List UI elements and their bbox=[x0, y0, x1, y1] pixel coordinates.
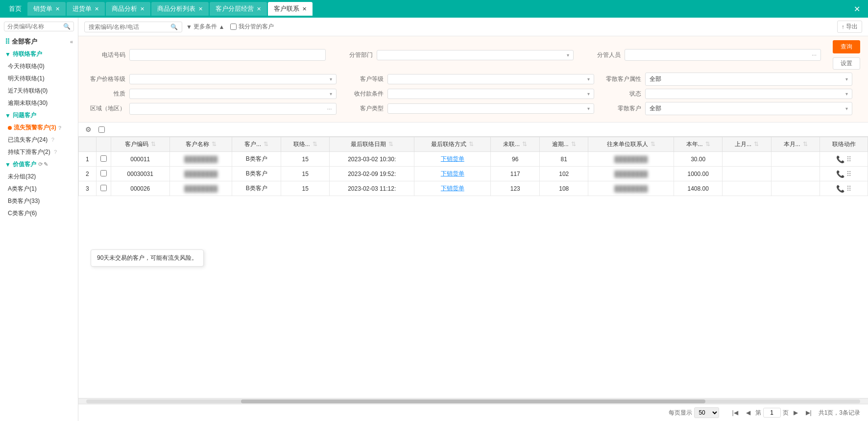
level-select[interactable]: ▾ bbox=[387, 74, 595, 84]
gender-select[interactable]: ▾ bbox=[129, 89, 337, 99]
col-overdue[interactable]: 逾期... ⇅ bbox=[539, 137, 588, 152]
col-last-contact-date[interactable]: 最后联络日期 ⇅ bbox=[330, 137, 414, 152]
cell-last-contact-way[interactable]: 下销货单 bbox=[414, 167, 491, 181]
page-number-input[interactable] bbox=[763, 408, 781, 418]
row-checkbox-1[interactable] bbox=[100, 170, 107, 176]
payment-select[interactable]: ▾ bbox=[387, 89, 595, 99]
tab-sales[interactable]: 销货单 ✕ bbox=[27, 2, 66, 16]
sidebar-search-box[interactable]: 🔍 bbox=[4, 22, 74, 31]
col-code[interactable]: 客户编码 ⇅ bbox=[111, 137, 169, 152]
col-type[interactable]: 客户... ⇅ bbox=[232, 137, 281, 152]
row-checkbox-2[interactable] bbox=[100, 185, 107, 191]
more-conditions-button[interactable]: ▼ 更多条件 ▲ bbox=[186, 23, 224, 31]
department-select[interactable]: ▾ bbox=[377, 50, 573, 60]
help-icon-3[interactable]: ? bbox=[54, 149, 57, 155]
col-name[interactable]: 客户名称 ⇅ bbox=[169, 137, 232, 152]
tab-product-analysis[interactable]: 商品分析 ✕ bbox=[106, 2, 150, 16]
contact-icon-0[interactable]: 📞 bbox=[836, 155, 844, 163]
prev-page-button[interactable]: ◀ bbox=[743, 408, 753, 417]
sidebar-item-churn-warning[interactable]: 流失预警客户(3) ? bbox=[0, 122, 78, 134]
customer-type-select[interactable]: ▾ bbox=[387, 103, 595, 114]
my-customers-checkbox[interactable] bbox=[230, 24, 237, 30]
search-box[interactable]: 🔍 bbox=[84, 22, 182, 32]
phone-input[interactable] bbox=[129, 49, 326, 61]
cell-last-contact-way[interactable]: 下销货单 bbox=[414, 181, 491, 196]
contact-icon-2[interactable]: 📞 bbox=[836, 185, 844, 193]
first-page-button[interactable]: |◀ bbox=[729, 408, 741, 417]
last-page-button[interactable]: ▶| bbox=[803, 408, 815, 417]
my-customers-checkbox-label[interactable]: 我分管的客户 bbox=[230, 23, 274, 31]
retail-attr-select[interactable]: 全部 ▾ bbox=[645, 73, 852, 86]
sidebar-item-tomorrow[interactable]: 明天待联络(1) bbox=[0, 73, 78, 85]
refresh-icon[interactable]: ⟳ bbox=[38, 161, 43, 168]
contact-icon-1[interactable]: 📞 bbox=[836, 170, 844, 178]
tab-home[interactable]: 首页 bbox=[4, 2, 26, 16]
region-dots[interactable]: ··· bbox=[327, 105, 332, 112]
retail-select[interactable]: 全部 ▾ bbox=[645, 102, 852, 115]
cell-checkbox[interactable] bbox=[96, 181, 111, 196]
export-button[interactable]: ↑ 导出 bbox=[837, 21, 862, 33]
help-icon-2[interactable]: ? bbox=[51, 137, 54, 143]
sidebar-group-problem[interactable]: ▼ 问题客户 bbox=[0, 109, 78, 122]
region-select[interactable]: ··· bbox=[129, 103, 337, 115]
tab-purchase[interactable]: 进货单 ✕ bbox=[67, 2, 105, 16]
table-container: 90天未交易的客户，可能有流失风险。 客户编码 ⇅ 客户名称 ⇅ bbox=[78, 137, 868, 398]
setting-button[interactable]: 设置 bbox=[833, 57, 860, 70]
search-button[interactable]: 🔍 bbox=[170, 24, 178, 30]
tab-customer-tier[interactable]: 客户分层经营 ✕ bbox=[210, 2, 267, 16]
cell-last-contact-way[interactable]: 下销货单 bbox=[414, 152, 491, 167]
table-settings-row: ⚙ bbox=[78, 123, 868, 137]
person-dots[interactable]: ··· bbox=[812, 51, 817, 58]
more-actions-icon-0[interactable]: ⠿ bbox=[846, 155, 851, 163]
window-close-button[interactable]: ✕ bbox=[850, 4, 864, 14]
sidebar-item-overdue[interactable]: 逾期未联络(30) bbox=[0, 97, 78, 109]
per-page-select[interactable]: 50 100 200 bbox=[694, 407, 719, 418]
status-select[interactable]: ▾ bbox=[645, 89, 852, 99]
select-all-checkbox[interactable] bbox=[98, 126, 105, 133]
sidebar-item-today[interactable]: 今天待联络(0) bbox=[0, 60, 78, 73]
sidebar-item-a-class[interactable]: A类客户(1) bbox=[0, 183, 78, 195]
tab-purchase-close[interactable]: ✕ bbox=[95, 6, 99, 12]
col-contact-count[interactable]: 联络... ⇅ bbox=[281, 137, 330, 152]
more-actions-icon-2[interactable]: ⠿ bbox=[846, 185, 851, 193]
col-last-month[interactable]: 上月... ⇅ bbox=[723, 137, 772, 152]
tab-product-list-close[interactable]: ✕ bbox=[198, 6, 203, 12]
sidebar-group-value[interactable]: ▼ 价值客户 ⟳ ✎ bbox=[0, 158, 78, 171]
sidebar-item-churned[interactable]: 已流失客户(24) ? bbox=[0, 134, 78, 146]
col-this-year[interactable]: 本年... ⇅ bbox=[674, 137, 723, 152]
sidebar-item-7days[interactable]: 近7天待联络(0) bbox=[0, 85, 78, 97]
next-page-button[interactable]: ▶ bbox=[791, 408, 801, 417]
query-button[interactable]: 查询 bbox=[833, 40, 860, 53]
sidebar-item-c-class[interactable]: C类客户(6) bbox=[0, 207, 78, 220]
sidebar-all-customers[interactable]: ⠿ 全部客户 « bbox=[0, 35, 78, 48]
sidebar-group-pending[interactable]: ▼ 待联络客户 bbox=[0, 48, 78, 60]
col-contacts[interactable]: 往来单位联系人 ⇅ bbox=[588, 137, 674, 152]
col-not-contacted[interactable]: 未联... ⇅ bbox=[491, 137, 540, 152]
sidebar-item-b-class[interactable]: B类客户(33) bbox=[0, 195, 78, 207]
scrollbar-thumb[interactable] bbox=[241, 399, 705, 403]
sidebar-item-declining[interactable]: 持续下滑客户(2) ? bbox=[0, 146, 78, 158]
cell-checkbox[interactable] bbox=[96, 167, 111, 181]
tab-product-list[interactable]: 商品分析列表 ✕ bbox=[151, 2, 209, 16]
person-select[interactable]: ··· bbox=[625, 49, 821, 61]
more-actions-icon-1[interactable]: ⠿ bbox=[846, 170, 851, 178]
tab-customer-tier-close[interactable]: ✕ bbox=[257, 6, 261, 12]
tab-sales-close[interactable]: ✕ bbox=[55, 6, 60, 12]
edit-icon[interactable]: ✎ bbox=[44, 161, 48, 168]
horizontal-scrollbar[interactable] bbox=[78, 398, 868, 404]
search-input[interactable] bbox=[89, 24, 169, 30]
table-settings-icon[interactable]: ⚙ bbox=[82, 124, 95, 134]
tab-customer-contact-close[interactable]: ✕ bbox=[302, 6, 307, 12]
row-checkbox-0[interactable] bbox=[100, 155, 107, 162]
cell-checkbox[interactable] bbox=[96, 152, 111, 167]
tab-product-analysis-close[interactable]: ✕ bbox=[140, 6, 145, 12]
tab-customer-contact[interactable]: 客户联系 ✕ bbox=[268, 2, 313, 16]
cell-actions: 📞 ⠿ bbox=[820, 167, 868, 181]
help-icon[interactable]: ? bbox=[58, 125, 62, 131]
col-this-month[interactable]: 本月... ⇅ bbox=[771, 137, 820, 152]
sidebar-search-icon[interactable]: 🔍 bbox=[63, 23, 71, 30]
sidebar-search-input[interactable] bbox=[7, 23, 63, 30]
col-last-contact-way[interactable]: 最后联络方式 ⇅ bbox=[414, 137, 491, 152]
sidebar-item-ungrouped[interactable]: 未分组(32) bbox=[0, 171, 78, 183]
price-select[interactable]: ▾ bbox=[129, 74, 337, 84]
